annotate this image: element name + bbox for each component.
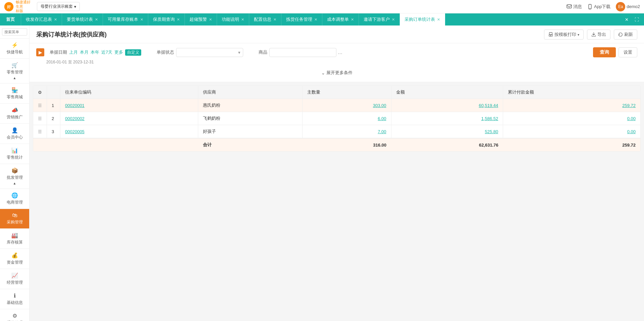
row3-paid[interactable]: 0.00 (503, 125, 640, 139)
sidebar-item-retail[interactable]: 🛒 零售管理 ▲ (0, 59, 29, 84)
filter-toggle-btn[interactable]: ▶ (36, 48, 44, 56)
filter-goods-group: 商品 ... (259, 48, 342, 57)
row2-amount[interactable]: 1,586.52 (391, 112, 503, 125)
close-tab-picking-task[interactable]: ✕ (314, 17, 317, 22)
sidebar-item-inventory[interactable]: 🏭 库存核算 (0, 229, 29, 249)
finance-icon: 💰 (11, 252, 18, 259)
close-tab-overstock-warning[interactable]: ✕ (209, 17, 212, 22)
svg-point-4 (590, 8, 590, 9)
tab-purchase-summary[interactable]: 采购订单统计表 ✕ (400, 13, 445, 25)
tab-cost-adjustment[interactable]: 成本调整单 ✕ (322, 13, 359, 25)
row2-qty[interactable]: 6.00 (303, 112, 391, 125)
sidebar-item-quick-nav[interactable]: ⚡ 快捷导航 (0, 39, 29, 59)
settings-btn[interactable]: 设置 (619, 47, 637, 57)
row3-amount[interactable]: 525.80 (391, 125, 503, 139)
tab-home[interactable]: 首页 (0, 13, 21, 25)
print-btn[interactable]: 按模板打印 ▾ (544, 30, 584, 40)
user-area[interactable]: Ea demo2 (616, 2, 640, 11)
close-all-tabs-btn[interactable]: ✕ (622, 15, 631, 24)
tab-receive-summary[interactable]: 收发存汇总表 ✕ (21, 13, 62, 25)
retail-shop-icon: 🏪 (11, 87, 18, 93)
app-download-btn[interactable]: App下载 (587, 4, 610, 10)
close-tab-purchase-summary[interactable]: ✕ (437, 17, 440, 22)
close-tab-function-desc[interactable]: ✕ (241, 17, 244, 22)
row3-seq: 3 (47, 125, 60, 139)
tab-available-inventory[interactable]: 可用量库存账本 ✕ (103, 13, 148, 25)
close-tab-receive-summary[interactable]: ✕ (54, 17, 57, 22)
sidebar-item-system[interactable]: ⚙ 系统管理 (0, 309, 29, 321)
sidebar-item-marketing[interactable]: 📣 营销推广 (0, 104, 29, 124)
row3-gear[interactable]: ☰ (33, 125, 47, 139)
marketing-icon: 📣 (11, 107, 18, 113)
th-gear[interactable]: ⚙ (33, 86, 47, 99)
row1-qty[interactable]: 303.00 (303, 99, 391, 112)
shortcut-this-month[interactable]: 本月 (80, 49, 89, 55)
close-tab-cost-adjustment[interactable]: ✕ (351, 17, 354, 22)
close-tab-requisition-summary[interactable]: ✕ (95, 17, 98, 22)
refresh-label: 刷新 (624, 32, 633, 38)
close-tab-config-info[interactable]: ✕ (273, 17, 276, 22)
retail-arrow: ▲ (13, 76, 16, 80)
goods-input[interactable] (269, 48, 336, 57)
row3-unit-code[interactable]: 00020005 (60, 125, 198, 139)
footer-paid: 259.72 (503, 138, 640, 151)
ecommerce-icon: 🌐 (11, 192, 18, 199)
sidebar-item-retail-stats[interactable]: 📊 零售统计 (0, 144, 29, 164)
tab-invite-customer[interactable]: 邀请下游客户 ✕ (359, 13, 400, 25)
tab-config-info[interactable]: 配置信息 ✕ (249, 13, 281, 25)
marketing-label: 营销推广 (7, 114, 23, 120)
table-row[interactable]: ☰ 1 00020001 惠氏奶粉 303.00 60,519.44 (33, 99, 640, 112)
tab-function-desc[interactable]: 功能说明 ✕ (217, 13, 249, 25)
close-tab-expiry-query[interactable]: ✕ (177, 17, 180, 22)
expand-label: 展开更多条件 (326, 70, 353, 76)
shortcut-this-year[interactable]: 本年 (91, 49, 99, 55)
sidebar-item-purchase[interactable]: 🛍 采购管理 (0, 209, 29, 229)
search-input[interactable] (2, 28, 27, 36)
maximize-btn[interactable]: ⛶ (632, 15, 641, 24)
sidebar: ⚡ 快捷导航 🛒 零售管理 ▲ 🏪 零售商城 📣 营销推广 👤 会员中心 📊 零… (0, 25, 30, 321)
row2-paid[interactable]: 0.00 (503, 112, 640, 125)
row1-gear[interactable]: ☰ (33, 99, 47, 112)
refresh-btn[interactable]: 刷新 (614, 30, 637, 40)
goods-more-btn[interactable]: ... (338, 50, 342, 55)
app-download-label: App下载 (594, 4, 610, 10)
wholesale-arrow: ▲ (13, 181, 16, 185)
row1-seq: 1 (47, 99, 60, 112)
query-btn[interactable]: 查询 (593, 47, 616, 57)
close-tab-available-inventory[interactable]: ✕ (140, 17, 143, 22)
sidebar-item-ecommerce[interactable]: 🌐 电商管理 (0, 189, 29, 209)
quick-nav-label: 快捷导航 (7, 49, 23, 55)
shortcut-7days[interactable]: 近7天 (101, 49, 112, 55)
sidebar-item-finance[interactable]: 💰 资金管理 (0, 249, 29, 269)
close-tab-invite-customer[interactable]: ✕ (392, 17, 395, 22)
shortcut-more[interactable]: 更多 (114, 49, 123, 55)
tab-picking-task[interactable]: 拣货任务管理 ✕ (281, 13, 322, 25)
tab-expiry-query[interactable]: 保质期查询 ✕ (148, 13, 185, 25)
row1-supplier: 惠氏奶粉 (198, 99, 303, 112)
sidebar-item-wholesale[interactable]: 📦 批发管理 ▲ (0, 164, 29, 189)
row1-paid[interactable]: 259.72 (503, 99, 640, 112)
status-select[interactable] (176, 48, 243, 57)
sidebar-item-member[interactable]: 👤 会员中心 (0, 124, 29, 144)
row2-unit-code[interactable]: 00020002 (60, 112, 198, 125)
message-btn[interactable]: 消息 (567, 4, 582, 10)
shortcut-last-month[interactable]: 上月 (69, 49, 78, 55)
row1-amount[interactable]: 60,519.44 (391, 99, 503, 112)
tab-overstock-warning[interactable]: 超储预警 ✕ (185, 13, 217, 25)
print-label: 按模板打印 (554, 32, 576, 38)
table-row[interactable]: ☰ 2 00020002 飞鹤奶粉 6.00 1,586.52 (33, 112, 640, 125)
table-footer: 合计 316.00 62,631.76 259.72 (33, 138, 640, 151)
tab-requisition-summary[interactable]: 要货单统计表 ✕ (62, 13, 103, 25)
sidebar-item-retail-shop[interactable]: 🏪 零售商城 (0, 84, 29, 104)
workspace-selector[interactable]: 母婴行业演示账套 ▾ (37, 2, 80, 11)
row2-gear[interactable]: ☰ (33, 112, 47, 125)
expand-btn[interactable]: ⌄ 展开更多条件 (36, 68, 637, 78)
export-btn[interactable]: 导出 (587, 30, 610, 40)
sidebar-item-basic-info[interactable]: ℹ 基础信息 (0, 289, 29, 309)
goods-input-wrapper: ... (269, 48, 342, 57)
row3-qty[interactable]: 7.00 (303, 125, 391, 139)
row1-unit-code[interactable]: 00020001 (60, 99, 198, 112)
table-row[interactable]: ☰ 3 00020005 好孩子 7.00 525.80 (33, 125, 640, 139)
sidebar-item-operation[interactable]: 📈 经营管理 (0, 269, 29, 289)
th-qty: 主数量 (303, 86, 391, 99)
